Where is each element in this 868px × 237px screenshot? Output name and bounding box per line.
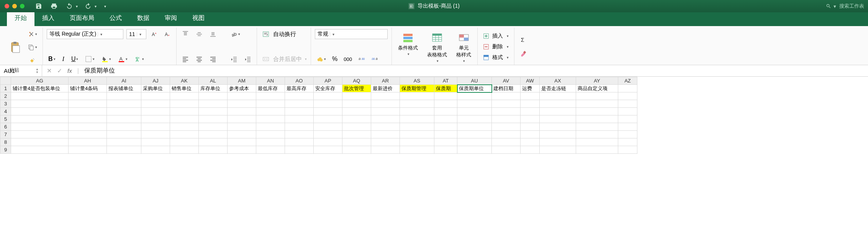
- cell-AK1[interactable]: 销售单位: [170, 85, 199, 92]
- cell-AU8[interactable]: [457, 138, 492, 146]
- align-right-icon[interactable]: [208, 54, 218, 64]
- fx-icon[interactable]: fx: [67, 67, 72, 74]
- cell-AJ8[interactable]: [141, 138, 170, 146]
- cell-AV7[interactable]: [492, 131, 521, 138]
- cell-AT9[interactable]: [434, 146, 457, 154]
- cell-AG1[interactable]: 辅计量4是否包装单位: [11, 85, 69, 92]
- tab-开始[interactable]: 开始: [7, 11, 34, 26]
- cell-AY8[interactable]: [576, 138, 618, 146]
- cut-icon[interactable]: ▾: [26, 29, 39, 39]
- conditional-formatting-button[interactable]: 条件格式▾: [396, 31, 420, 57]
- cell-AN5[interactable]: [256, 115, 285, 123]
- cell-AW8[interactable]: [521, 138, 540, 146]
- column-header-AJ[interactable]: AJ: [141, 77, 170, 85]
- cell-AX8[interactable]: [540, 138, 576, 146]
- number-format-dropdown[interactable]: 常规▾: [315, 29, 388, 39]
- cell-AP2[interactable]: [314, 92, 342, 100]
- cell-AX2[interactable]: [540, 92, 576, 100]
- italic-button[interactable]: I: [61, 54, 66, 64]
- cell-AV4[interactable]: [492, 108, 521, 115]
- tab-视图[interactable]: 视图: [185, 11, 212, 26]
- wrap-text-button[interactable]: 自动换行: [273, 31, 296, 38]
- currency-icon[interactable]: ▾: [315, 54, 328, 64]
- tab-插入[interactable]: 插入: [34, 11, 62, 26]
- cell-AK9[interactable]: [170, 146, 199, 154]
- undo-dropdown[interactable]: ▾: [76, 4, 78, 8]
- cell-AN6[interactable]: [256, 123, 285, 131]
- cell-AR8[interactable]: [371, 138, 400, 146]
- cell-AX5[interactable]: [540, 115, 576, 123]
- cell-AR7[interactable]: [371, 131, 400, 138]
- cell-AR2[interactable]: [371, 92, 400, 100]
- cell-AO8[interactable]: [285, 138, 314, 146]
- cell-AW3[interactable]: [521, 100, 540, 108]
- cell-AM3[interactable]: [228, 100, 256, 108]
- cell-AZ3[interactable]: [618, 100, 637, 108]
- row-header-1[interactable]: 1: [0, 85, 11, 92]
- cell-AL1[interactable]: 库存单位: [199, 85, 228, 92]
- cell-AO5[interactable]: [285, 115, 314, 123]
- cell-AU7[interactable]: [457, 131, 492, 138]
- cell-AJ3[interactable]: [141, 100, 170, 108]
- cell-AU4[interactable]: [457, 108, 492, 115]
- align-bottom-icon[interactable]: [208, 29, 218, 39]
- cell-AN3[interactable]: [256, 100, 285, 108]
- column-header-AR[interactable]: AR: [371, 77, 400, 85]
- column-header-AL[interactable]: AL: [199, 77, 228, 85]
- cell-AV2[interactable]: [492, 92, 521, 100]
- cell-AK7[interactable]: [170, 131, 199, 138]
- cell-AS6[interactable]: [400, 123, 434, 131]
- cell-AL4[interactable]: [199, 108, 228, 115]
- align-left-icon[interactable]: [180, 54, 190, 64]
- cell-AI6[interactable]: [107, 123, 141, 131]
- cell-AL5[interactable]: [199, 115, 228, 123]
- comma-icon[interactable]: 000: [342, 55, 354, 64]
- cell-AJ1[interactable]: 采购单位: [141, 85, 170, 92]
- align-middle-icon[interactable]: [194, 29, 204, 39]
- cell-AH1[interactable]: 辅计量4条码: [69, 85, 107, 92]
- clear-icon[interactable]: [518, 49, 528, 59]
- cell-AP7[interactable]: [314, 131, 342, 138]
- cell-AY4[interactable]: [576, 108, 618, 115]
- cell-AW7[interactable]: [521, 131, 540, 138]
- cell-AI4[interactable]: [107, 108, 141, 115]
- cell-AI5[interactable]: [107, 115, 141, 123]
- cell-AZ5[interactable]: [618, 115, 637, 123]
- redo-icon[interactable]: [83, 1, 93, 11]
- cell-AH2[interactable]: [69, 92, 107, 100]
- cell-AY2[interactable]: [576, 92, 618, 100]
- column-header-AW[interactable]: AW: [521, 77, 540, 85]
- tab-数据[interactable]: 数据: [129, 11, 157, 26]
- cell-AK8[interactable]: [170, 138, 199, 146]
- cell-AG2[interactable]: [11, 92, 69, 100]
- column-header-AZ[interactable]: AZ: [618, 77, 637, 85]
- search-field[interactable]: ▾ 搜索工作表: [826, 3, 864, 10]
- cell-AT7[interactable]: [434, 131, 457, 138]
- cell-AH5[interactable]: [69, 115, 107, 123]
- cell-AN7[interactable]: [256, 131, 285, 138]
- cell-AI2[interactable]: [107, 92, 141, 100]
- spreadsheet-grid[interactable]: AGAHAIAJAKALAMANAOAPAQARASATAUAVAWAXAYAZ…: [0, 77, 868, 154]
- cell-AV8[interactable]: [492, 138, 521, 146]
- border-button[interactable]: ▾: [84, 54, 96, 64]
- cell-AO6[interactable]: [285, 123, 314, 131]
- cell-AT3[interactable]: [434, 100, 457, 108]
- cell-AX4[interactable]: [540, 108, 576, 115]
- cell-AZ4[interactable]: [618, 108, 637, 115]
- cell-AY5[interactable]: [576, 115, 618, 123]
- cell-AL9[interactable]: [199, 146, 228, 154]
- cell-AM4[interactable]: [228, 108, 256, 115]
- column-header-AX[interactable]: AX: [540, 77, 576, 85]
- column-header-AQ[interactable]: AQ: [342, 77, 371, 85]
- column-header-AG[interactable]: AG: [11, 77, 69, 85]
- cell-AU1[interactable]: 保质期单位: [457, 85, 492, 92]
- phonetic-guide-button[interactable]: abcA▾: [133, 54, 146, 64]
- cell-AZ6[interactable]: [618, 123, 637, 131]
- decrease-font-icon[interactable]: A▾: [162, 29, 172, 39]
- cell-AN8[interactable]: [256, 138, 285, 146]
- format-cells-button[interactable]: 格式▾: [481, 53, 510, 62]
- formula-input[interactable]: 保质期单位: [84, 67, 115, 75]
- cell-AZ9[interactable]: [618, 146, 637, 154]
- cell-AT6[interactable]: [434, 123, 457, 131]
- cell-AX7[interactable]: [540, 131, 576, 138]
